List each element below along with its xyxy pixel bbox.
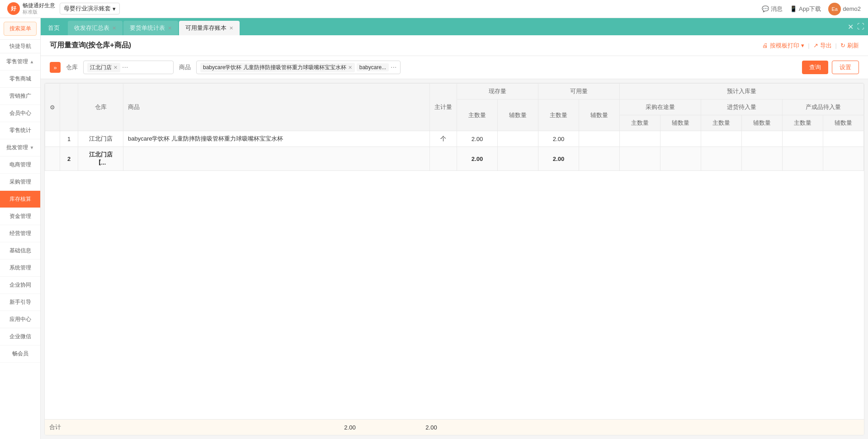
sidebar-item-label: 经营管理 xyxy=(9,230,31,237)
th-stock-group: 现存量 xyxy=(457,84,538,99)
table-wrapper: ⚙ 仓库 商品 主计量 现存量 可用量 预计入库量 xyxy=(44,83,864,435)
th-purchase-aux: 辅数量 xyxy=(660,115,701,131)
td-seq: 1 xyxy=(60,131,78,147)
sidebar-item-wholesale[interactable]: 批发管理 ▼ xyxy=(0,139,40,156)
logo-sub: 标准版 xyxy=(23,9,55,15)
filter-area: » 仓库 江北门店 ✕ ··· 商品 babycare学饮杯 儿童防摔 xyxy=(41,56,868,79)
warehouse-input[interactable]: 江北门店 ✕ ··· xyxy=(83,61,174,74)
sidebar-item-basics[interactable]: 基础信息 xyxy=(0,242,40,260)
table-footer: 合计 2.00 2.00 xyxy=(45,419,864,435)
quick-nav-btn[interactable]: 快捷导航 xyxy=(0,40,40,53)
product-input[interactable]: babycare学饮杯 儿童防摔防撞吸管杯重力球吸嘴杯宝宝水杯 ✕ babyca… xyxy=(196,61,401,74)
message-label: 消息 xyxy=(771,5,783,13)
footer-label: 合计 xyxy=(49,423,122,431)
filter-row: 仓库 江北门店 ✕ ··· 商品 babycare学饮杯 儿童防摔防撞吸管杯重力… xyxy=(66,61,797,74)
tab-available-ledger[interactable]: 可用量库存账本 ✕ xyxy=(179,21,240,35)
sidebar-item-finance[interactable]: 资金管理 xyxy=(0,208,40,225)
user-area[interactable]: Ea demo2 xyxy=(828,3,861,15)
tab-receive-summary[interactable]: 收发存汇总表 ✕ xyxy=(68,21,123,35)
sidebar-item-label: 新手引导 xyxy=(9,298,31,306)
search-menu-btn[interactable]: 搜索菜单 xyxy=(4,22,37,36)
top-bar-left: 好 畅捷通好生意 标准版 母婴行业演示账套 ▾ xyxy=(7,2,120,15)
settings-icon[interactable]: ⚙ xyxy=(50,104,55,111)
product-tag-close-1[interactable]: ✕ xyxy=(348,65,352,71)
warehouse-tag-text: 江北门店 xyxy=(90,64,112,71)
refresh-btn[interactable]: ↻ 刷新 xyxy=(840,42,859,50)
filter-actions: 查询 设置 xyxy=(802,61,859,74)
sidebar-item-label: 采购管理 xyxy=(9,178,31,186)
th-stock-aux: 辅数量 xyxy=(498,99,538,131)
sidebar-item-member[interactable]: 会员中心 xyxy=(0,105,40,122)
footer-stock-aux xyxy=(370,424,411,431)
export-btn[interactable]: ↗ 导出 xyxy=(813,42,832,50)
th-production-group: 产成品待入量 xyxy=(783,99,864,115)
sidebar-item-retail-stats[interactable]: 零售统计 xyxy=(0,122,40,139)
sidebar-item-purchase[interactable]: 采购管理 xyxy=(0,174,40,191)
tab-close-icon[interactable]: ✕ xyxy=(168,25,172,31)
table-scroll[interactable]: ⚙ 仓库 商品 主计量 现存量 可用量 预计入库量 xyxy=(45,83,864,419)
query-btn[interactable]: 查询 xyxy=(802,61,828,74)
footer-spacer3 xyxy=(302,424,330,431)
sidebar-item-enterprise-wechat[interactable]: 企业微信 xyxy=(0,328,40,345)
refresh-label: 刷新 xyxy=(847,42,859,50)
tab-order-stats[interactable]: 要货单统计表 ✕ xyxy=(123,21,178,35)
filter-ellipsis2[interactable]: ··· xyxy=(391,63,396,71)
industry-selector[interactable]: 母婴行业演示账套 ▾ xyxy=(60,3,120,14)
footer-spacer2 xyxy=(167,424,302,431)
print-icon: 🖨 xyxy=(762,42,768,49)
sidebar-search-area: 搜索菜单 xyxy=(0,18,40,40)
divider: | xyxy=(808,42,809,49)
td-purchase-aux xyxy=(660,131,701,147)
app-download-btn[interactable]: 📱 App下载 xyxy=(790,5,821,13)
settings-btn[interactable]: 设置 xyxy=(832,61,859,74)
sidebar-item-newbie[interactable]: 新手引导 xyxy=(0,294,40,311)
tab-label: 收发存汇总表 xyxy=(74,24,109,32)
top-bar-right: 💬 消息 📱 App下载 Ea demo2 xyxy=(762,3,861,15)
tab-close-icon[interactable]: ✕ xyxy=(112,25,116,31)
sidebar-item-label: 企业微信 xyxy=(9,333,31,340)
sidebar-item-label: 资金管理 xyxy=(9,212,31,220)
sidebar-item-retail-mgmt[interactable]: 零售管理 ▲ xyxy=(0,53,40,71)
tab-bar: 首页 收发存汇总表 ✕ 要货单统计表 ✕ 可用量库存账本 ✕ ✕ ⛶ xyxy=(41,18,868,35)
td-unit xyxy=(430,147,457,171)
tab-home-label: 首页 xyxy=(48,24,60,32)
message-btn[interactable]: 💬 消息 xyxy=(762,5,783,13)
sidebar-item-operations[interactable]: 经营管理 xyxy=(0,225,40,242)
sidebar-item-label: 应用中心 xyxy=(9,316,31,323)
td-incoming-aux xyxy=(742,131,783,147)
th-purchase-main: 主数量 xyxy=(620,115,660,131)
th-production-main: 主数量 xyxy=(783,115,823,131)
th-incoming-group: 进货待入量 xyxy=(701,99,783,115)
td-stock-aux xyxy=(498,147,538,171)
td-stock-main: 2.00 xyxy=(457,147,498,171)
sidebar-item-ecommerce[interactable]: 电商管理 xyxy=(0,156,40,174)
tab-close-icon[interactable]: ✕ xyxy=(229,25,233,31)
filter-toggle-btn[interactable]: » xyxy=(50,62,61,73)
close-icon[interactable]: ✕ xyxy=(848,23,854,31)
template-print-btn[interactable]: 🖨 按模板打印 ▾ xyxy=(762,42,804,50)
sidebar-item-enterprise[interactable]: 企业协同 xyxy=(0,277,40,294)
sidebar-item-label: 零售统计 xyxy=(9,127,31,134)
th-available-aux: 辅数量 xyxy=(579,99,620,131)
sidebar-item-vip[interactable]: 畅会员 xyxy=(0,345,40,363)
warehouse-tag-close[interactable]: ✕ xyxy=(113,65,118,71)
td-available-main: 2.00 xyxy=(538,131,579,147)
tab-home[interactable]: 首页 xyxy=(41,21,67,35)
maximize-icon[interactable]: ⛶ xyxy=(857,23,864,31)
username: demo2 xyxy=(843,5,861,12)
sidebar-item-retail-shop[interactable]: 零售商城 xyxy=(0,71,40,88)
th-stock-main: 主数量 xyxy=(457,99,498,131)
sidebar-item-inventory[interactable]: 库存核算 xyxy=(0,191,40,208)
chevron-down-icon: ▾ xyxy=(113,5,116,12)
sidebar-item-system[interactable]: 系统管理 xyxy=(0,260,40,277)
th-warehouse: 仓库 xyxy=(78,84,123,131)
sidebar-item-marketing[interactable]: 营销推广 xyxy=(0,88,40,105)
td-warehouse: 江北门店 xyxy=(78,131,123,147)
sidebar-item-app-center[interactable]: 应用中心 xyxy=(0,311,40,328)
td-unit: 个 xyxy=(430,131,457,147)
table-header-row-1: ⚙ 仓库 商品 主计量 现存量 可用量 预计入库量 xyxy=(45,84,864,99)
td-warehouse: 江北门店 【... xyxy=(78,147,123,171)
export-icon: ↗ xyxy=(813,42,818,49)
filter-ellipsis[interactable]: ··· xyxy=(122,63,128,71)
sidebar-item-label: 系统管理 xyxy=(9,264,31,272)
